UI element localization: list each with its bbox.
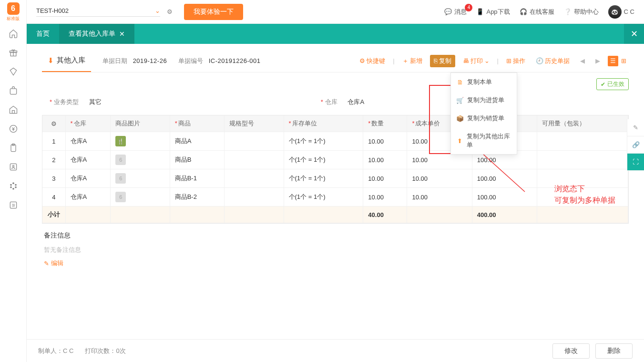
notes-title: 备注信息: [44, 231, 627, 240]
history-icon: 🕘: [536, 57, 543, 64]
doc-no: IC-20191226-001: [209, 57, 261, 64]
svg-rect-3: [12, 111, 14, 114]
nav-loading[interactable]: [0, 176, 27, 196]
items-table: ⚙ *仓库 商品图片 *商品 规格型号 *库存单位 *数量 *成本单价 *成本金…: [42, 115, 628, 223]
copy-button[interactable]: ⎘ 复制: [430, 55, 455, 67]
operations-button[interactable]: ⊞ 操作: [503, 55, 528, 67]
delete-button[interactable]: 删除: [595, 343, 633, 359]
new-button[interactable]: ＋ 新增: [399, 55, 425, 67]
product-image-icon: 6: [115, 173, 126, 184]
gear-icon[interactable]: ⚙: [167, 8, 173, 15]
nav-profile[interactable]: [0, 157, 27, 176]
tab-view-stockin[interactable]: 查看其他入库单 ✕: [59, 24, 134, 44]
creator-info: 制单人：C C: [38, 347, 73, 355]
doc-no-label: 单据编号: [178, 57, 203, 64]
table-row[interactable]: 4仓库A6商品B-2个(1个 = 1个)10.0010.00100.00: [42, 188, 628, 207]
sales-icon: 📦: [457, 115, 463, 122]
subtotal-row: 小计40.00400.00: [42, 207, 628, 223]
biz-type-value: 其它: [89, 98, 102, 106]
tenant-selector[interactable]: TEST-H002 ⌄: [36, 7, 160, 17]
phone-icon: 📱: [476, 8, 484, 15]
col-image: 商品图片: [111, 115, 170, 132]
stockout-icon: ⬆: [457, 137, 463, 145]
svg-point-14: [10, 184, 11, 186]
user-menu[interactable]: 🐼 C C: [608, 5, 634, 19]
right-rail: ✎ 🔗 ⛶: [627, 119, 644, 171]
doc-date: 2019-12-26: [133, 57, 167, 64]
rail-note[interactable]: ✎: [627, 119, 644, 136]
close-icon[interactable]: ✕: [119, 30, 125, 38]
nav-diamond[interactable]: [0, 62, 27, 81]
svg-point-11: [15, 186, 16, 188]
page-tabs: 首页 查看其他入库单 ✕ ✕: [27, 24, 644, 44]
product-image-icon: 6: [115, 155, 126, 165]
tab-home[interactable]: 首页: [27, 24, 59, 44]
doc-type-tab[interactable]: ⬇ 其他入库: [42, 50, 91, 72]
warehouse-field: *仓库 仓库A: [321, 98, 364, 106]
grid-icon: ⊞: [506, 57, 511, 64]
app-download-link[interactable]: 📱 App下载: [476, 8, 510, 16]
copy-dropdown: 🗎 复制本单 🛒 复制为进货单 📦 复制为销货单 ⬆ 复制为其他出库单: [450, 72, 517, 155]
svg-point-10: [15, 184, 16, 186]
print-button[interactable]: 🖶 打印 ⌄: [460, 55, 492, 67]
status-badge: ✔ 已生效: [596, 78, 629, 90]
shortcut-button[interactable]: ⚙ 快捷键: [357, 55, 388, 67]
nav-warehouse[interactable]: [0, 100, 27, 119]
col-product: *商品: [170, 115, 225, 132]
gear-icon: ⚙: [359, 57, 365, 64]
svg-line-17: [477, 149, 525, 192]
history-button[interactable]: 🕘 历史单据: [533, 55, 572, 67]
chevron-down-icon: ⌄: [484, 57, 490, 64]
nav-new[interactable]: 新: [0, 196, 27, 215]
product-image-icon: 6: [115, 192, 126, 202]
tenant-name: TEST-H002: [36, 7, 69, 14]
footer: 制单人：C C 打印次数：0次 修改 删除: [27, 339, 644, 362]
close-page-button[interactable]: ✕: [624, 24, 644, 44]
next-button[interactable]: ▶: [593, 55, 603, 66]
nav-gift[interactable]: [0, 43, 27, 62]
svg-point-13: [10, 186, 11, 188]
dd-copy-sales[interactable]: 📦 复制为销货单: [451, 109, 517, 127]
service-link[interactable]: 🎧 在线客服: [520, 8, 554, 16]
list-view-toggle[interactable]: ☰: [608, 56, 618, 66]
col-warehouse: *仓库: [65, 115, 111, 132]
table-row[interactable]: 1仓库A🍴商品A个(1个 = 1个)10.0010.00100.00: [42, 132, 628, 151]
help-icon: ❔: [564, 8, 572, 15]
edit-icon: ✎: [44, 260, 49, 267]
col-qty: *数量: [363, 115, 407, 132]
edit-notes-button[interactable]: ✎ 编辑: [44, 259, 63, 268]
prev-button[interactable]: ◀: [577, 55, 588, 66]
table-row[interactable]: 3仓库A6商品B-1个(1个 = 1个)10.0010.00100.00: [42, 169, 628, 188]
rail-expand[interactable]: ⛶: [627, 154, 644, 171]
logo[interactable]: 6 标准版: [0, 0, 26, 24]
dd-copy-self[interactable]: 🗎 复制本单: [451, 73, 517, 91]
table-row[interactable]: 2仓库A6商品B个(1个 = 1个)10.0010.00100.00: [42, 151, 628, 169]
rail-link[interactable]: 🔗: [627, 136, 644, 154]
doc-date-label: 单据日期: [102, 57, 127, 64]
dd-copy-purchase[interactable]: 🛒 复制为进货单: [451, 91, 517, 109]
message-icon: 💬: [444, 8, 452, 15]
nav-clipboard[interactable]: [0, 138, 27, 157]
nav-home[interactable]: [0, 24, 27, 43]
avatar: 🐼: [608, 5, 622, 19]
topbar: TEST-H002 ⌄ ⚙ 我要体验一下 💬 消息 4 📱 App下载 🎧 在线…: [27, 0, 644, 24]
col-spec: 规格型号: [225, 115, 284, 132]
logo-subtitle: 标准版: [7, 16, 20, 22]
col-settings[interactable]: ⚙: [42, 115, 65, 132]
messages-link[interactable]: 💬 消息 4: [444, 8, 467, 16]
annotation-text: 浏览态下 可复制为多种单据: [554, 183, 615, 206]
trial-button[interactable]: 我要体验一下: [184, 4, 243, 20]
warehouse-value: 仓库A: [348, 98, 364, 106]
modify-button[interactable]: 修改: [552, 343, 590, 359]
svg-point-8: [12, 165, 14, 167]
svg-point-9: [12, 183, 14, 184]
print-icon: 🖶: [463, 57, 469, 64]
dd-copy-other-out[interactable]: ⬆ 复制为其他出库单: [451, 127, 517, 154]
copy-icon: ⎘: [434, 57, 438, 64]
nav-money[interactable]: [0, 119, 27, 138]
notes-empty: 暂无备注信息: [44, 246, 627, 254]
nav-bag[interactable]: [0, 81, 27, 100]
help-link[interactable]: ❔ 帮助中心: [564, 8, 599, 16]
grid-view-toggle[interactable]: ⊞: [618, 56, 629, 66]
headset-icon: 🎧: [520, 8, 527, 15]
